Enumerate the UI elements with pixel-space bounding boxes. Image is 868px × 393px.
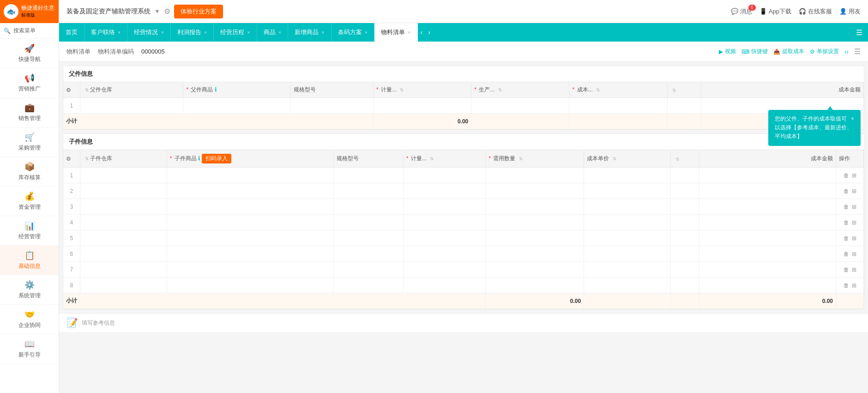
child-row-7-required-qty[interactable]	[486, 262, 584, 278]
child-sort-warehouse[interactable]: ⇅	[85, 156, 89, 161]
sidebar-item-enterprise[interactable]: 🤝 企业协同	[0, 305, 59, 334]
child-row-4-unit-cost[interactable]	[584, 215, 671, 230]
child-row-5-copy-icon[interactable]: ⊞	[852, 235, 856, 242]
child-row-3-required-qty[interactable]	[486, 199, 584, 215]
sidebar-item-basic-info[interactable]: 📋 基础信息	[0, 246, 59, 275]
child-row-6-copy-icon[interactable]: ⊞	[852, 251, 856, 257]
parent-row-1-production[interactable]	[471, 98, 569, 114]
tab-next-arrow[interactable]: ›	[425, 29, 433, 36]
sidebar-item-system[interactable]: ⚙️ 系统管理	[0, 275, 59, 305]
online-service-button[interactable]: 🎧 在线客服	[799, 7, 832, 16]
child-row-5-goods[interactable]	[167, 230, 334, 246]
child-row-6-goods[interactable]	[167, 246, 334, 262]
message-button[interactable]: 💬 消息 6	[731, 7, 752, 16]
child-row-8-warehouse[interactable]	[80, 278, 167, 293]
search-menu[interactable]: 🔍 搜索菜单	[0, 23, 59, 39]
child-row-4-warehouse[interactable]	[80, 215, 167, 230]
close-all-tabs-button[interactable]: ☰	[850, 28, 868, 37]
child-row-4-spec[interactable]	[334, 215, 403, 230]
tab-operation-history[interactable]: 经营历程 ×	[214, 23, 257, 42]
child-row-1-warehouse[interactable]	[80, 168, 167, 183]
child-row-7-goods[interactable]	[167, 262, 334, 278]
scan-input-button[interactable]: 扫码录入	[202, 154, 231, 163]
child-row-1-spec[interactable]	[334, 168, 403, 183]
child-row-6-spec[interactable]	[334, 246, 403, 262]
sidebar-item-marketing[interactable]: 📢 营销推广	[0, 68, 59, 98]
child-row-4-goods[interactable]	[167, 215, 334, 230]
child-row-2-goods[interactable]	[167, 183, 334, 199]
tab-bom[interactable]: 物料清单 ×	[374, 23, 417, 42]
tab-barcode[interactable]: 条码方案 ×	[332, 23, 374, 42]
parent-sort-prod[interactable]: ⇅	[498, 87, 502, 92]
child-row-7-delete-icon[interactable]: 🗑	[844, 266, 849, 273]
tab-add-goods-close[interactable]: ×	[321, 30, 324, 35]
child-row-2-required-qty[interactable]	[486, 183, 584, 199]
tab-profit-report[interactable]: 利润报告 ×	[171, 23, 214, 42]
tab-operation-status-close[interactable]: ×	[161, 30, 163, 35]
child-row-8-spec[interactable]	[334, 278, 403, 293]
child-row-1-required-qty[interactable]	[486, 168, 584, 183]
child-row-8-qty-unit[interactable]	[403, 278, 485, 293]
extract-cost-link[interactable]: 📤 提取成本	[773, 48, 804, 55]
tab-bom-close[interactable]: ×	[408, 30, 410, 35]
child-row-6-required-qty[interactable]	[486, 246, 584, 262]
child-sort-required-qty[interactable]: ⇅	[519, 156, 523, 161]
tab-customer-close[interactable]: ×	[118, 30, 121, 35]
child-row-3-unit-cost[interactable]	[584, 199, 671, 215]
child-row-5-warehouse[interactable]	[80, 230, 167, 246]
child-row-8-goods[interactable]	[167, 278, 334, 293]
child-row-1-goods[interactable]	[167, 168, 334, 183]
child-row-2-qty-unit[interactable]	[403, 183, 485, 199]
child-row-5-delete-icon[interactable]: 🗑	[844, 235, 849, 242]
child-row-5-required-qty[interactable]	[486, 230, 584, 246]
parent-row-1-goods[interactable]	[183, 98, 291, 114]
child-row-7-copy-icon[interactable]: ⊞	[852, 266, 856, 273]
shortcut-link[interactable]: ⌨ 快捷键	[741, 48, 768, 55]
child-row-6-unit-cost[interactable]	[584, 246, 671, 262]
tooltip-close-button[interactable]: ×	[851, 115, 854, 123]
user-button[interactable]: 👤 用友	[839, 7, 861, 16]
child-row-1-delete-icon[interactable]: 🗑	[844, 172, 849, 179]
parent-sort-qty[interactable]: ⇅	[400, 87, 404, 92]
tab-home[interactable]: 首页	[59, 23, 84, 42]
child-row-2-warehouse[interactable]	[80, 183, 167, 199]
child-row-3-spec[interactable]	[334, 199, 403, 215]
child-row-3-warehouse[interactable]	[80, 199, 167, 215]
child-row-6-delete-icon[interactable]: 🗑	[844, 251, 849, 257]
tab-barcode-close[interactable]: ×	[365, 30, 368, 35]
child-row-4-copy-icon[interactable]: ⊞	[852, 219, 856, 226]
parent-row-1-cost[interactable]	[569, 98, 667, 114]
tab-operation-history-close[interactable]: ×	[247, 30, 250, 35]
parent-col-settings-icon[interactable]: ⚙	[66, 87, 71, 93]
parent-row-1-spec[interactable]	[291, 98, 374, 114]
child-row-7-spec[interactable]	[334, 262, 403, 278]
child-row-1-copy-icon[interactable]: ⊞	[852, 172, 856, 179]
tab-operation-status[interactable]: 经营情况 ×	[127, 23, 170, 42]
child-row-8-copy-icon[interactable]: ⊞	[852, 282, 856, 289]
sidebar-item-operation[interactable]: 📊 经营管理	[0, 216, 59, 246]
child-row-5-unit-cost[interactable]	[584, 230, 671, 246]
child-col-settings-icon[interactable]: ⚙	[66, 156, 71, 162]
child-row-7-warehouse[interactable]	[80, 262, 167, 278]
sidebar-item-finance[interactable]: 💰 资金管理	[0, 187, 59, 216]
child-row-6-warehouse[interactable]	[80, 246, 167, 262]
menu-icon[interactable]: ☰	[854, 47, 861, 56]
tab-profit-report-close[interactable]: ×	[204, 30, 207, 35]
topbar-settings-icon[interactable]: ⚙	[164, 7, 170, 16]
child-row-2-copy-icon[interactable]: ⊞	[852, 188, 856, 194]
child-row-2-delete-icon[interactable]: 🗑	[844, 188, 849, 194]
sidebar-item-purchase[interactable]: 🛒 采购管理	[0, 127, 59, 157]
tab-goods[interactable]: 商品 ×	[257, 23, 288, 42]
child-row-5-qty-unit[interactable]	[403, 230, 485, 246]
child-sort-qty[interactable]: ⇅	[430, 156, 434, 161]
tab-goods-close[interactable]: ×	[278, 30, 281, 35]
child-row-3-copy-icon[interactable]: ⊞	[852, 204, 856, 210]
child-row-4-required-qty[interactable]	[486, 215, 584, 230]
child-row-6-qty-unit[interactable]	[403, 246, 485, 262]
child-row-8-required-qty[interactable]	[486, 278, 584, 293]
child-row-4-delete-icon[interactable]: 🗑	[844, 219, 849, 226]
child-row-4-qty-unit[interactable]	[403, 215, 485, 230]
child-row-5-spec[interactable]	[334, 230, 403, 246]
sidebar-item-quick-nav[interactable]: 🚀 快捷导航	[0, 39, 59, 68]
child-sort-icon[interactable]: ⇅	[675, 157, 679, 162]
